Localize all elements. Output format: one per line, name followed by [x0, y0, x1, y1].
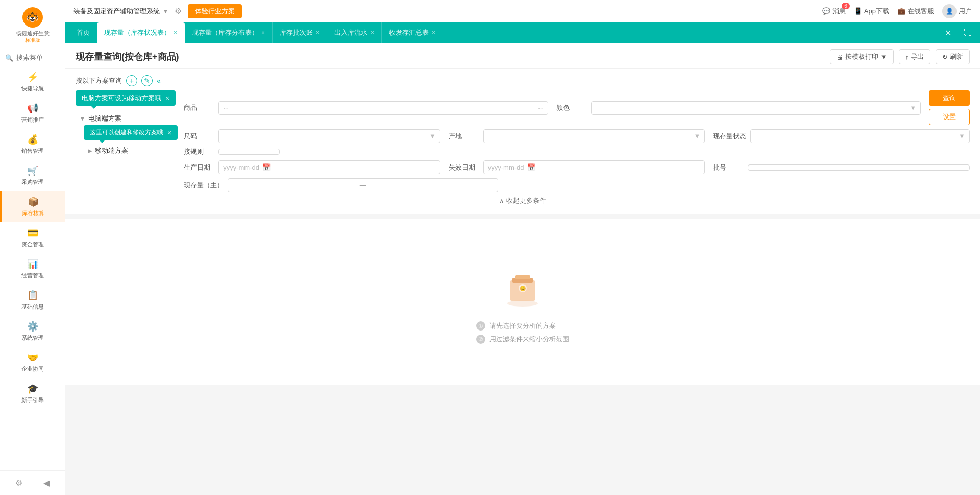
calendar2-icon: 📅	[527, 163, 535, 171]
sidebar-item-basic[interactable]: 📋 基础信息	[0, 285, 65, 316]
industry-btn[interactable]: 体验行业方案	[188, 4, 242, 18]
filter-header-row: 按以下方案查询 + ✎ «	[76, 75, 970, 86]
tooltip1-close-btn[interactable]: ×	[165, 94, 169, 102]
page-actions: 🖨 按模板打印 ▼ ↑ 导出 ↻ 刷新	[830, 49, 970, 64]
inventory-icon: 📦	[28, 196, 39, 207]
origin-dropdown-icon: ▼	[694, 132, 701, 140]
rule-input[interactable]	[218, 149, 280, 155]
edit-schema-btn[interactable]: ✎	[141, 75, 153, 86]
filter-field-color: 颜色 ▼	[556, 90, 921, 125]
tabs-right: ✕ ⛶	[941, 28, 976, 38]
marketing-icon: 📢	[27, 103, 38, 114]
system-dropdown-icon[interactable]: ▼	[163, 8, 168, 14]
top-header: 装备及固定资产辅助管理系统 ▼ ⚙ 体验行业方案 💬 消息 6 📱 App下载 …	[65, 0, 980, 22]
sidebar-item-sales[interactable]: 💰 销售管理	[0, 129, 65, 160]
sidebar-item-system[interactable]: ⚙️ 系统管理	[0, 316, 65, 347]
tab-close-inventory-status[interactable]: ×	[174, 29, 177, 36]
export-btn[interactable]: ↑ 导出	[899, 49, 931, 64]
prod-date-input[interactable]: yyyy-mm-dd 📅	[218, 160, 440, 174]
exp-date-input[interactable]: yyyy-mm-dd 📅	[483, 160, 705, 174]
size-dropdown-icon: ▼	[429, 132, 436, 140]
calendar-icon: 📅	[262, 163, 271, 171]
sidebar-bottom: ⚙ ◀	[0, 470, 65, 495]
sidebar-item-operation[interactable]: 📊 经营管理	[0, 253, 65, 285]
page-title: 现存量查询(按仓库+商品)	[76, 51, 179, 63]
add-schema-btn[interactable]: +	[126, 75, 137, 86]
service-icon: 💼	[897, 7, 905, 15]
filter-action-btns: 查询 设置	[929, 90, 970, 125]
sidebar-item-quick-nav[interactable]: ⚡ 快捷导航	[0, 66, 65, 98]
empty-illustration: 😊	[497, 260, 548, 311]
empty-tip-2: ② 用过滤条件来缩小分析范围	[476, 335, 569, 344]
tab-home[interactable]: 首页	[69, 22, 97, 43]
system-title: 装备及固定资产辅助管理系统 ▼	[74, 7, 168, 16]
right-panel: 商品 ··· ··· 颜色 ▼	[184, 90, 970, 192]
tab-close-receipt-summary[interactable]: ×	[432, 29, 435, 36]
search-btn[interactable]: 查询	[929, 90, 970, 106]
collapse-more-btn[interactable]: ∧ 收起更多条件	[76, 192, 970, 207]
inv-status-dropdown-icon: ▼	[959, 132, 965, 140]
app-download-btn[interactable]: 📱 App下载	[854, 7, 889, 16]
color-select[interactable]: ▼	[591, 101, 921, 115]
header-right: 💬 消息 6 📱 App下载 💼 在线客服 👤 用户	[822, 4, 972, 18]
print-btn[interactable]: 🖨 按模板打印 ▼	[830, 49, 894, 64]
sidebar-item-finance[interactable]: 💳 资金管理	[0, 222, 65, 253]
filter-field-exp-date: 失效日期 yyyy-mm-dd 📅	[449, 160, 705, 174]
schema-item-mobile[interactable]: ▶ 移动端方案	[84, 144, 178, 157]
tab-in-out-flow[interactable]: 出入库流水 ×	[327, 22, 382, 43]
tab-close-inventory-dist[interactable]: ×	[261, 29, 265, 36]
tab-close-in-out-flow[interactable]: ×	[371, 29, 374, 36]
filter-section: 按以下方案查询 + ✎ « 电脑方案可设为移动方案哦 ×	[65, 69, 980, 214]
service-btn[interactable]: 💼 在线客服	[897, 7, 934, 16]
schema-panel: ▼ 电脑端方案 这里可以创建和修改方案哦 × ▶ 移动端方	[76, 112, 178, 157]
collapse-sidebar-icon[interactable]: ◀	[41, 476, 52, 490]
tab-inventory-dist[interactable]: 现存量（库存分布表） ×	[185, 22, 273, 43]
schema-item-pc[interactable]: ▼ 电脑端方案	[76, 112, 178, 125]
avatar: 👤	[942, 4, 957, 18]
filter-field-goods: 商品 ··· ···	[184, 90, 548, 125]
filter-row1: 商品 ··· ··· 颜色 ▼	[184, 90, 970, 125]
filter-field-rule: 接规则	[184, 147, 280, 156]
close-all-tabs-icon[interactable]: ✕	[941, 28, 955, 38]
schema-arrow-icon[interactable]: «	[157, 77, 161, 85]
search-menu[interactable]: 🔍 搜索菜单	[0, 49, 65, 66]
tab-close-batch-account[interactable]: ×	[316, 29, 320, 36]
message-btn[interactable]: 💬 消息 6	[822, 7, 846, 16]
svg-rect-3	[515, 275, 530, 279]
filter-content: 电脑方案可设为移动方案哦 × ▼ 电脑端方案 这里可以	[76, 90, 970, 192]
sidebar-item-enterprise[interactable]: 🤝 企业协同	[0, 347, 65, 378]
tab-batch-account[interactable]: 库存批次账 ×	[273, 22, 327, 43]
sidebar-item-marketing[interactable]: 📢 营销推广	[0, 98, 65, 129]
refresh-btn[interactable]: ↻ 刷新	[936, 49, 970, 64]
batch-input[interactable]	[748, 164, 970, 171]
tab-inventory-status[interactable]: 现存量（库存状况表） ×	[97, 22, 185, 43]
operation-icon: 📊	[27, 258, 38, 270]
filter-qty-row: 现存量（主） —	[184, 178, 970, 192]
sidebar-item-inventory[interactable]: 📦 库存核算	[0, 191, 65, 222]
inv-status-select[interactable]: ▼	[750, 129, 970, 143]
purchase-icon: 🛒	[27, 165, 38, 176]
sidebar-item-purchase[interactable]: 🛒 采购管理	[0, 160, 65, 191]
qty-range-input[interactable]: —	[228, 178, 498, 192]
sales-icon: 💰	[27, 134, 38, 145]
size-select[interactable]: ▼	[218, 129, 440, 143]
tab-receipt-summary[interactable]: 收发存汇总表 ×	[382, 22, 443, 43]
tip-num-2: ②	[476, 335, 485, 344]
user-btn[interactable]: 👤 用户	[942, 4, 972, 18]
set-btn[interactable]: 设置	[929, 109, 970, 125]
sidebar-nav: ⚡ 快捷导航 📢 营销推广 💰 销售管理 🛒 采购管理 📦 库存核算 💳 资金管…	[0, 66, 65, 470]
tooltip2-wrap: 这里可以创建和修改方案哦 ×	[84, 125, 178, 140]
gear-icon[interactable]: ⚙	[175, 6, 182, 16]
tooltip1-wrap: 电脑方案可设为移动方案哦 ×	[76, 90, 178, 106]
filter-field-inv-status: 现存量状态 ▼	[713, 129, 970, 143]
svg-point-0	[507, 300, 538, 307]
chevron-right-icon: ▶	[88, 148, 92, 154]
origin-select[interactable]: ▼	[483, 129, 705, 143]
filter-field-size: 尺码 ▼	[184, 129, 440, 143]
sidebar-item-guide[interactable]: 🎓 新手引导	[0, 378, 65, 409]
settings-bottom-icon[interactable]: ⚙	[13, 476, 24, 490]
expand-icon[interactable]: ⛶	[960, 28, 976, 37]
print-dropdown-icon: ▼	[880, 53, 887, 61]
tooltip2-close-btn[interactable]: ×	[167, 129, 172, 137]
goods-select[interactable]: ··· ···	[218, 101, 548, 115]
